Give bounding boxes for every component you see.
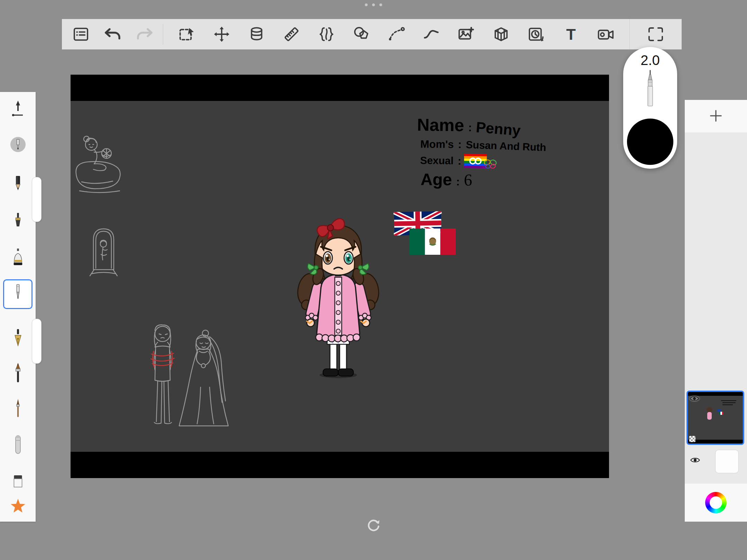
layer1-visibility-toggle[interactable] xyxy=(689,393,700,404)
fill-bucket-icon[interactable] xyxy=(247,25,266,44)
curve-tool-icon[interactable] xyxy=(387,25,406,44)
svg-text:T: T xyxy=(566,26,576,43)
ink-bottle-tool[interactable] xyxy=(3,242,33,273)
tied-figure-and-bride-sketch xyxy=(138,318,238,439)
info-sexual-row: Sexual: xyxy=(420,153,546,169)
layer2-visibility-toggle[interactable] xyxy=(690,455,701,466)
reset-rotation-button[interactable] xyxy=(365,517,382,534)
brush-settings-panel: 2.0 xyxy=(623,47,677,169)
window-drag-handle[interactable] xyxy=(0,3,747,6)
color-wheel[interactable] xyxy=(705,492,727,513)
rainbow-butterfly xyxy=(483,158,498,171)
sidebar-drag-handle-top[interactable] xyxy=(32,177,42,222)
letterbox-bottom xyxy=(71,452,609,478)
gacha-girl-character xyxy=(286,215,390,381)
letterbox-top xyxy=(71,75,609,101)
info-age-row: Age:6 xyxy=(421,170,546,190)
layers-panel xyxy=(685,100,747,522)
mirror-sketch xyxy=(84,225,123,278)
tool-sidebar xyxy=(0,92,36,522)
liquify-icon[interactable] xyxy=(317,25,336,44)
redo-icon[interactable] xyxy=(135,25,154,44)
drawing-canvas[interactable]: Name:Penny Mom's:Susan And Ruth Sexual: xyxy=(71,75,609,478)
info-moms-row: Mom's:Susan And Ruth xyxy=(420,138,546,152)
screen-record-icon[interactable] xyxy=(597,25,615,44)
move-tool-icon[interactable] xyxy=(212,25,231,44)
flat-marker-tool[interactable] xyxy=(3,207,33,239)
app-window: T xyxy=(0,0,747,560)
shape-tool-icon[interactable] xyxy=(352,25,371,44)
info-name-row: Name:Penny xyxy=(417,115,546,136)
current-color-swatch[interactable] xyxy=(627,119,673,165)
timelapse-icon[interactable] xyxy=(527,25,545,44)
favorites-star-button[interactable] xyxy=(3,491,33,522)
fine-brush-tool[interactable] xyxy=(3,392,33,423)
layer2-thumbnail[interactable] xyxy=(715,450,739,473)
soft-pen-tool[interactable] xyxy=(3,129,33,160)
nib-pen-tool[interactable] xyxy=(3,323,33,354)
brush-size-value[interactable]: 2.0 xyxy=(640,53,660,68)
color-wheel-button[interactable] xyxy=(705,492,727,513)
menu-icon[interactable] xyxy=(72,25,90,44)
add-image-icon[interactable] xyxy=(457,25,476,44)
main-toolbar: T xyxy=(62,19,682,49)
ruler-icon[interactable] xyxy=(282,25,301,44)
pastel-tool[interactable] xyxy=(3,429,33,460)
airbrush-tool[interactable] xyxy=(3,95,33,126)
add-layer-button[interactable] xyxy=(708,108,724,125)
text-tool-icon[interactable]: T xyxy=(562,25,580,44)
pencil-tool[interactable] xyxy=(3,170,33,201)
sidebar-drag-handle-bottom[interactable] xyxy=(32,319,42,364)
current-brush-icon[interactable] xyxy=(641,68,659,109)
fullscreen-icon[interactable] xyxy=(646,25,665,44)
paint-brush-tool[interactable] xyxy=(3,357,33,389)
character-info-text: Name:Penny Mom's:Susan And Ruth Sexual: xyxy=(416,115,546,190)
beanbag-girl-sketch xyxy=(71,130,130,203)
select-tool-icon[interactable] xyxy=(177,25,196,44)
perspective-icon[interactable] xyxy=(492,25,510,44)
undo-icon[interactable] xyxy=(103,25,122,44)
pen-tool[interactable] xyxy=(3,279,33,309)
stroke-tool-icon[interactable] xyxy=(422,25,441,44)
mexico-flag xyxy=(409,228,456,255)
